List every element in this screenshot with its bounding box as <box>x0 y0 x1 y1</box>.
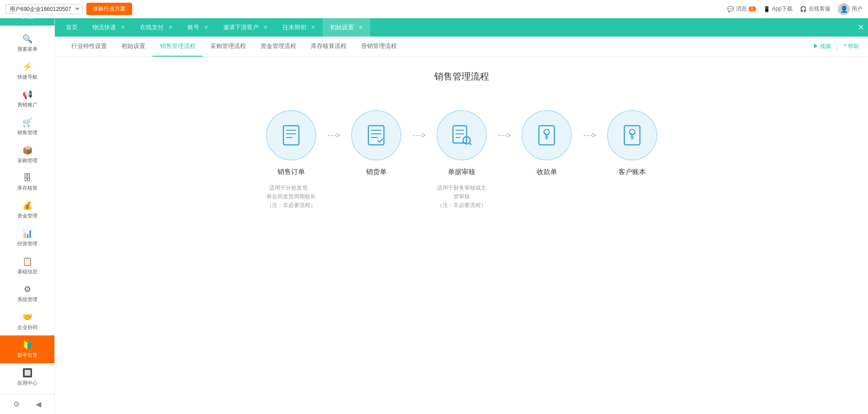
nav-tab-online-pay[interactable]: 在线支付 ✕ <box>133 18 180 37</box>
sidebar-item-sales-mgmt[interactable]: 🛒 销售管理 <box>0 113 54 141</box>
sub-tab-industry-feature[interactable]: 行业特性设置 <box>64 37 114 57</box>
nav-tab-close-past-period[interactable]: ✕ <box>311 24 315 31</box>
sidebar-label-inventory: 库存核算 <box>17 185 37 191</box>
flow-item-desc-doc-review: 适用于财务审核或主管审核（注：非必要流程） <box>437 184 486 210</box>
help-link[interactable]: ? 帮助 <box>843 42 859 50</box>
sidebar-label-purchase-mgmt: 采购管理 <box>17 157 37 164</box>
nav-tab-close-online-pay[interactable]: ✕ <box>168 24 173 31</box>
content-area: 行业特性设置初始设置销售管理流程采购管理流程资金管理流程库存核算流程营销管理流程… <box>55 37 868 414</box>
sub-tab-inventory-flow[interactable]: 库存核算流程 <box>304 37 354 57</box>
nav-tab-close-init-settings[interactable]: ✕ <box>358 24 363 31</box>
nav-tab-label-account: 账号 <box>187 23 199 32</box>
video-label: 视频 <box>820 43 831 49</box>
user-select[interactable]: 用户690企业1660120507 <box>5 4 83 14</box>
flow-circle-receipt[interactable]: ¥ <box>522 110 572 160</box>
sub-tabs-right: ▶ 视频 | ? 帮助 <box>813 42 859 50</box>
sidebar-label-search: 搜索菜单 <box>17 46 37 53</box>
online-service-item[interactable]: 🎧 在线客服 <box>800 5 831 13</box>
help-icon: ? <box>843 43 848 49</box>
sidebar-item-purchase-mgmt[interactable]: 📦 采购管理 <box>0 141 54 169</box>
video-link[interactable]: ▶ 视频 <box>813 42 831 50</box>
sidebar-label-basic-info: 基础信息 <box>17 268 37 275</box>
sidebar-item-sys-mgmt[interactable]: ⚙ 系统管理 <box>0 280 54 308</box>
page-title: 销售管理流程 <box>73 70 850 83</box>
sidebar-label-quick-nav: 快捷导航 <box>17 74 37 80</box>
flow-arrow-3: - - -> <box>583 131 596 140</box>
svg-text:¥: ¥ <box>544 130 549 142</box>
app-download-label: App下载 <box>772 5 793 13</box>
nav-tab-home[interactable]: 首页 <box>59 18 85 37</box>
flow-circle-doc-review[interactable] <box>437 110 487 160</box>
sidebar-label-sys-mgmt: 系统管理 <box>17 296 37 303</box>
app-icon: 📱 <box>763 6 770 12</box>
sidebar-label-operation-mgmt: 经营管理 <box>17 240 37 247</box>
flow-circle-sales-invoice[interactable] <box>351 110 401 160</box>
nav-tab-close-invite-downstream[interactable]: ✕ <box>263 24 268 31</box>
nav-tab-label-invite-downstream: 邀请下游客户 <box>223 23 259 32</box>
sub-tab-marketing-flow[interactable]: 营销管理流程 <box>354 37 404 57</box>
user-avatar-item[interactable]: 👤 用户 <box>838 3 863 15</box>
sub-tab-init-setup[interactable]: 初始设置 <box>114 37 153 57</box>
sub-tab-label-industry-feature: 行业特性设置 <box>71 42 107 50</box>
sub-tab-label-sales-flow: 销售管理流程 <box>160 42 196 50</box>
flow-arrow-2: - - -> <box>498 131 511 140</box>
sidebar-nav: 🔍 搜索菜单 ⚡ 快捷导航 📢 营销推广 🛒 销售管理 📦 采购管理 🗄 库存核… <box>0 26 54 394</box>
experience-btn[interactable]: 体验行业方案 <box>86 3 132 15</box>
flow-circle-customer-ledger[interactable]: ¥ <box>607 110 657 160</box>
sidebar-icon-enterprise-collab: 🤝 <box>22 312 32 322</box>
sidebar-item-search[interactable]: 🔍 搜索菜单 <box>0 29 54 57</box>
flow-arrow-1: - - -> <box>413 131 425 140</box>
online-service-label: 在线客服 <box>809 5 831 13</box>
sidebar-item-app-center[interactable]: 🔲 应用中心 <box>0 363 54 391</box>
sidebar-icon-app-center: 🔲 <box>22 368 32 378</box>
sub-tab-sales-flow[interactable]: 销售管理流程 <box>153 37 203 57</box>
top-bar-right: 💬 消息 6 📱 App下载 🎧 在线客服 👤 用户 <box>727 3 863 15</box>
nav-tab-account[interactable]: 账号 ✕ <box>180 18 216 37</box>
nav-tab-past-period[interactable]: 往来期初 ✕ <box>275 18 323 37</box>
flow-item-sales-invoice: 销货单 <box>340 110 413 176</box>
flow-arrow-0: - - -> <box>328 131 340 140</box>
nav-tab-logistics[interactable]: 物流快递 ✕ <box>85 18 133 37</box>
flow-item-desc-sales-order: 适用于分批发货、有合同发货周期较长（注：非必要流程） <box>266 184 316 210</box>
sidebar-item-marketing-promo[interactable]: 📢 营销推广 <box>0 85 54 113</box>
sidebar-label-marketing-promo: 营销推广 <box>17 101 37 108</box>
message-badge: 6 <box>749 6 756 11</box>
sidebar-item-inventory[interactable]: 🗄 库存核算 <box>0 169 54 196</box>
nav-tab-invite-downstream[interactable]: 邀请下游客户 ✕ <box>216 18 275 37</box>
nav-tab-label-init-settings: 初始设置 <box>330 23 354 32</box>
play-icon: ▶ <box>813 43 820 49</box>
nav-tab-close-logistics[interactable]: ✕ <box>121 24 125 31</box>
svg-line-13 <box>469 143 471 145</box>
sub-tab-purchase-flow[interactable]: 采购管理流程 <box>203 37 253 57</box>
sidebar-item-enterprise-collab[interactable]: 🤝 企业协同 <box>0 308 54 335</box>
top-bar-left: 用户690企业1660120507 体验行业方案 <box>5 3 132 15</box>
flow-circle-sales-order[interactable] <box>266 110 316 160</box>
nav-tab-label-online-pay: 在线支付 <box>140 23 164 32</box>
nav-tab-label-home: 首页 <box>66 23 78 32</box>
sidebar-item-new-guide[interactable]: 🔰 新手引导 <box>0 335 54 363</box>
flow-item-name-sales-order: 销售订单 <box>277 168 305 176</box>
flow-item-receipt: ¥ 收款单 <box>510 110 583 176</box>
nav-tab-init-settings[interactable]: 初始设置 ✕ <box>323 18 370 37</box>
sub-tabs-left: 行业特性设置初始设置销售管理流程采购管理流程资金管理流程库存核算流程营销管理流程 <box>64 37 404 57</box>
sidebar-icon-sys-mgmt: ⚙ <box>24 284 31 294</box>
sidebar-item-operation-mgmt[interactable]: 📊 经营管理 <box>0 224 54 252</box>
sidebar-label-enterprise-collab: 企业协同 <box>17 324 37 331</box>
nav-close-all[interactable]: ✕ <box>857 22 864 32</box>
sidebar-label-app-center: 应用中心 <box>17 380 37 387</box>
sidebar-item-basic-info[interactable]: 📋 基础信息 <box>0 252 54 280</box>
nav-tab-label-logistics: 物流快递 <box>92 23 116 32</box>
nav-tab-close-account[interactable]: ✕ <box>204 24 208 31</box>
app-download-item[interactable]: 📱 App下载 <box>763 5 793 13</box>
main-wrapper: 首页物流快递 ✕在线支付 ✕账号 ✕邀请下游客户 ✕往来期初 ✕初始设置 ✕✕ … <box>55 18 868 414</box>
flow-item-name-sales-invoice: 销货单 <box>366 168 387 176</box>
nav-tab-label-past-period: 往来期初 <box>282 23 306 32</box>
sidebar-item-fund-mgmt[interactable]: 💰 资金管理 <box>0 196 54 224</box>
flow-item-name-receipt: 收款单 <box>537 168 557 176</box>
collapse-icon[interactable]: ◀ <box>36 400 41 409</box>
message-item[interactable]: 💬 消息 6 <box>727 5 756 13</box>
sidebar-item-quick-nav[interactable]: ⚡ 快捷导航 <box>0 57 54 85</box>
settings-icon[interactable]: ⚙ <box>13 400 20 409</box>
sub-tab-fund-flow[interactable]: 资金管理流程 <box>253 37 304 57</box>
avatar: 👤 <box>838 3 850 15</box>
